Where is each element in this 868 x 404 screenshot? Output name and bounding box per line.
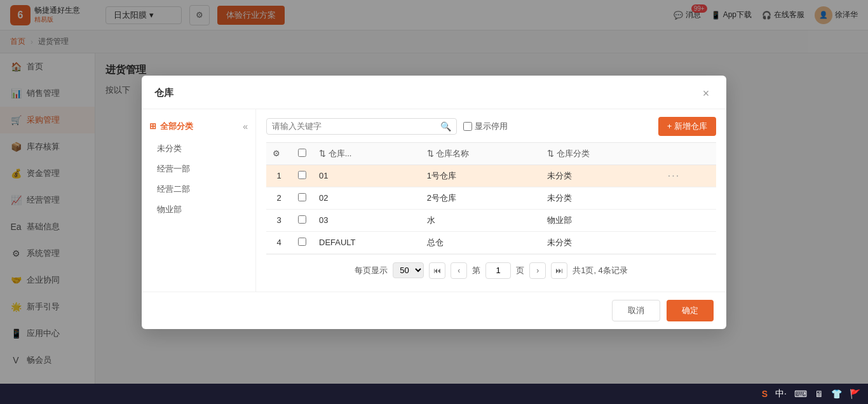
total-info: 共1页, 4条记录 — [573, 265, 628, 276]
tree-header: ⊞ 全部分类 « — [142, 117, 255, 138]
grid-icon: ⊞ — [149, 121, 156, 131]
tree-item-ops1[interactable]: 经营一部 — [142, 159, 255, 179]
table-row[interactable]: 1 01 1号仓库 未分类 ··· — [266, 165, 716, 187]
search-box: 🔍 — [266, 118, 457, 135]
cancel-button[interactable]: 取消 — [612, 300, 660, 321]
sort-icon: ⇅ — [547, 149, 554, 158]
row-category: 未分类 — [541, 187, 661, 209]
row-category: 未分类 — [541, 165, 661, 187]
search-icon[interactable]: 🔍 — [440, 121, 451, 131]
row-num: 1 — [266, 165, 292, 187]
page-last-button[interactable]: ⏭ — [551, 262, 567, 279]
col-name-header[interactable]: ⇅ 仓库名称 — [421, 142, 541, 165]
keyboard-icon[interactable]: ⌨ — [794, 389, 807, 399]
row-actions[interactable] — [661, 187, 716, 209]
col-category-header[interactable]: ⇅ 仓库分类 — [541, 142, 661, 165]
settings-icon: ⚙ — [273, 149, 280, 158]
row-code: 03 — [313, 209, 421, 231]
warehouse-table: ⚙ ⇅ 仓库... ⇅ — [266, 142, 716, 254]
page-first-button[interactable]: ⏮ — [429, 262, 445, 279]
modal-header: 仓库 × — [142, 76, 726, 109]
show-disabled-checkbox[interactable] — [463, 122, 472, 131]
col-code-header[interactable]: ⇅ 仓库... — [313, 142, 421, 165]
warehouse-modal: 仓库 × ⊞ 全部分类 « 未分类 经营一部 经营二部 物业部 — [142, 76, 726, 329]
row-actions[interactable] — [661, 209, 716, 231]
row-name: 总仓 — [421, 231, 541, 253]
per-page-label: 每页显示 — [355, 265, 388, 276]
category-tree-panel: ⊞ 全部分类 « 未分类 经营一部 经营二部 物业部 — [142, 109, 256, 292]
table-head: ⚙ ⇅ 仓库... ⇅ — [266, 142, 716, 165]
row-name: 水 — [421, 209, 541, 231]
tree-item-unclassified[interactable]: 未分类 — [142, 138, 255, 159]
col-select-all[interactable] — [292, 142, 313, 165]
row-num: 4 — [266, 231, 292, 253]
table-row[interactable]: 4 DEFAULT 总仓 未分类 — [266, 231, 716, 253]
chinese-input-icon[interactable]: 中· — [775, 388, 787, 400]
col-actions-header — [661, 142, 716, 165]
select-all-checkbox[interactable] — [298, 149, 306, 157]
row-code: 02 — [313, 187, 421, 209]
row-actions[interactable] — [661, 231, 716, 253]
table-panel: 🔍 显示停用 + 新增仓库 ⚙ — [256, 109, 726, 292]
actions-menu[interactable]: ··· — [668, 170, 680, 181]
row-checkbox[interactable] — [292, 165, 313, 187]
screen-icon[interactable]: 🖥 — [815, 389, 824, 399]
search-input[interactable] — [272, 121, 437, 131]
sort-icon: ⇅ — [319, 149, 326, 158]
row-category: 未分类 — [541, 231, 661, 253]
page-input[interactable] — [485, 262, 511, 279]
page-next-button[interactable]: › — [529, 262, 546, 279]
page-prev-button[interactable]: ‹ — [451, 262, 467, 279]
table-container: ⚙ ⇅ 仓库... ⇅ — [266, 142, 716, 254]
modal-overlay: 仓库 × ⊞ 全部分类 « 未分类 经营一部 经营二部 物业部 — [0, 0, 868, 404]
modal-title: 仓库 — [154, 87, 173, 99]
tree-item-ops2[interactable]: 经营二部 — [142, 179, 255, 199]
show-disabled-toggle[interactable]: 显示停用 — [463, 121, 508, 132]
page-suffix: 页 — [516, 265, 524, 276]
row-category: 物业部 — [541, 209, 661, 231]
col-settings: ⚙ — [266, 142, 292, 165]
bottom-bar: S 中· ⌨ 🖥 👕 🚩 — [0, 384, 868, 404]
flag-icon[interactable]: 🚩 — [850, 389, 860, 399]
page-label: 第 — [472, 265, 480, 276]
row-code: 01 — [313, 165, 421, 187]
row-code: DEFAULT — [313, 231, 421, 253]
row-actions[interactable]: ··· — [661, 165, 716, 187]
table-row[interactable]: 2 02 2号仓库 未分类 — [266, 187, 716, 209]
confirm-button[interactable]: 确定 — [667, 300, 714, 321]
row-name: 2号仓库 — [421, 187, 541, 209]
modal-close-button[interactable]: × — [698, 86, 714, 101]
tree-root[interactable]: ⊞ 全部分类 — [149, 121, 193, 132]
add-warehouse-button[interactable]: + 新增仓库 — [658, 117, 716, 136]
s-logo: S — [762, 389, 768, 399]
row-checkbox[interactable] — [292, 209, 313, 231]
table-row[interactable]: 3 03 水 物业部 — [266, 209, 716, 231]
shirt-icon[interactable]: 👕 — [831, 389, 842, 399]
tree-item-property[interactable]: 物业部 — [142, 199, 255, 220]
modal-body: ⊞ 全部分类 « 未分类 经营一部 经营二部 物业部 🔍 — [142, 109, 726, 292]
row-checkbox[interactable] — [292, 187, 313, 209]
per-page-select[interactable]: 50 — [393, 262, 424, 278]
row-num: 3 — [266, 209, 292, 231]
table-body: 1 01 1号仓库 未分类 ··· 2 02 2 — [266, 165, 716, 253]
row-name: 1号仓库 — [421, 165, 541, 187]
row-checkbox[interactable] — [292, 231, 313, 253]
pagination: 每页显示 50 ⏮ ‹ 第 页 › ⏭ 共1页, 4条记录 — [266, 254, 716, 284]
table-toolbar: 🔍 显示停用 + 新增仓库 — [266, 117, 716, 136]
tree-collapse-button[interactable]: « — [243, 121, 248, 131]
row-num: 2 — [266, 187, 292, 209]
sort-icon: ⇅ — [427, 149, 434, 158]
modal-footer: 取消 确定 — [142, 292, 726, 329]
